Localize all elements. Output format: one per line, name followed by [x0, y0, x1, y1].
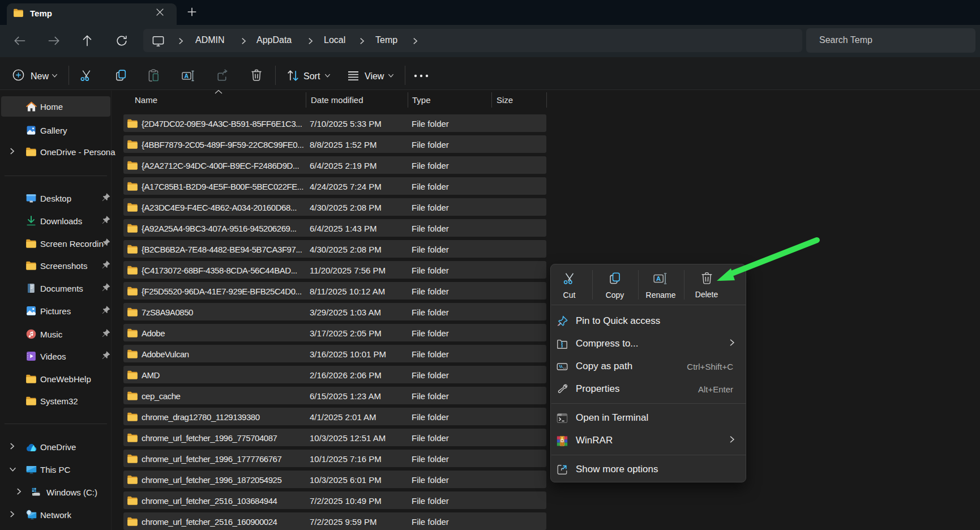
svg-text:A: A — [656, 275, 661, 282]
svg-text:A: A — [185, 72, 189, 79]
